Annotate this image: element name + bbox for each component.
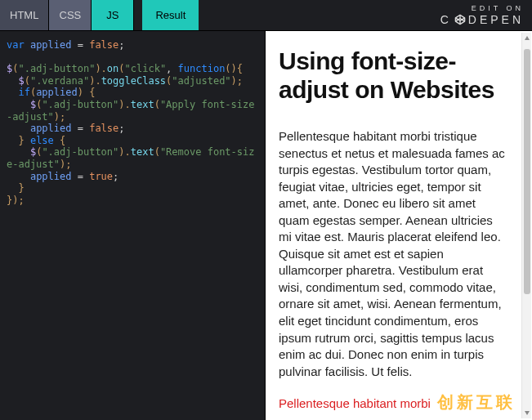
paragraph-verdana: Pellentesque habitant morbi (279, 395, 507, 413)
scrollbar-track[interactable] (521, 33, 531, 418)
scrollbar-thumb[interactable] (524, 49, 530, 294)
top-bar: HTML CSS JS Result EDIT ON C DEPEN (0, 0, 532, 31)
result-pane: Using font-size-adjust on Websites Pelle… (265, 31, 532, 420)
edit-on-codepen-link[interactable]: EDIT ON C DEPEN (440, 5, 532, 25)
scroll-down-icon[interactable] (525, 411, 530, 415)
code-pane[interactable]: var applied = false; $(".adj-button").on… (0, 31, 265, 420)
paragraph-georgia: Pellentesque habitant morbi tristique se… (279, 128, 507, 380)
tab-css[interactable]: CSS (49, 0, 92, 30)
codepen-icon (454, 14, 466, 25)
main-split: var applied = false; $(".adj-button").on… (0, 31, 532, 420)
tab-js[interactable]: JS (92, 0, 134, 30)
codepen-logo-text: C DEPEN (440, 14, 524, 25)
codepen-embed: HTML CSS JS Result EDIT ON C DEPEN var a… (0, 0, 532, 420)
js-source: var applied = false; $(".adj-button").on… (7, 39, 258, 206)
tab-html[interactable]: HTML (0, 0, 49, 30)
page-title: Using font-size-adjust on Websites (279, 47, 507, 104)
tab-result[interactable]: Result (142, 0, 199, 30)
scroll-up-icon[interactable] (525, 36, 530, 40)
tab-row: HTML CSS JS Result (0, 0, 199, 30)
edit-on-label: EDIT ON (440, 5, 524, 12)
result-content[interactable]: Using font-size-adjust on Websites Pelle… (266, 31, 521, 420)
